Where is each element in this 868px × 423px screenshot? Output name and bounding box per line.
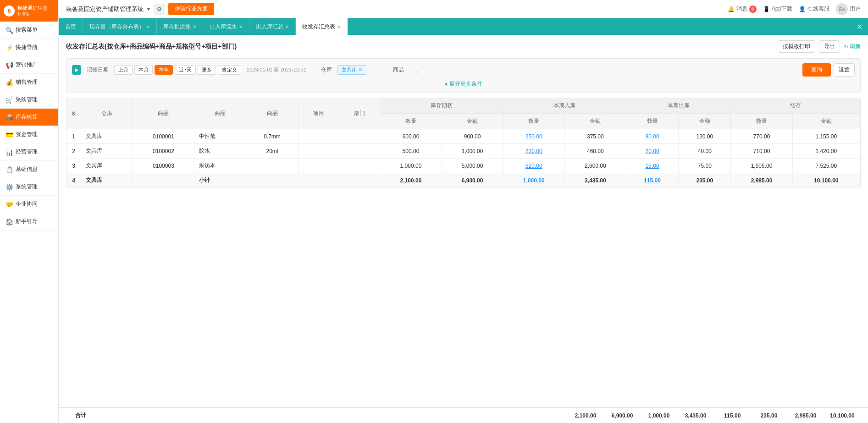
system-name: 装备及固定资产辅助管理系统	[66, 5, 144, 13]
goods-more-dots[interactable]: ...	[413, 66, 420, 74]
tab-close-batch-ledger[interactable]: ✕	[193, 24, 196, 29]
warehouse-label: 仓库	[321, 66, 332, 74]
cell-dept	[339, 159, 380, 173]
trial-button[interactable]: 体验行业方案	[168, 3, 214, 15]
cell-goods-code: 0100002	[133, 144, 194, 159]
total-open-qty: 2,100.00	[567, 412, 604, 419]
main-content: 装备及固定资产辅助管理系统 ▾ ⚙ 体验行业方案 🔔 消息 6 📱 App下载 …	[59, 0, 868, 423]
settings-button[interactable]: 设置	[834, 63, 855, 77]
sidebar-item-system[interactable]: ⚙️系统管理	[0, 178, 58, 196]
cell-project	[299, 144, 339, 159]
tab-close-stock-dist[interactable]: ✕	[146, 24, 150, 29]
th-warehouse: 仓库	[81, 98, 133, 129]
cell-goods-spec	[246, 159, 298, 173]
cell-in-qty[interactable]: 250.00	[503, 129, 564, 144]
sidebar-item-purchase[interactable]: 🛒采购管理	[0, 91, 58, 109]
tab-in-out-summary[interactable]: 出入库汇总✕	[249, 18, 296, 35]
collab-icon: 🤝	[6, 201, 13, 208]
subtotal-in-qty[interactable]: 1,000.00	[503, 173, 564, 188]
filter-warehouse: 文具库 ✕	[337, 65, 366, 75]
sidebar-item-collab[interactable]: 🤝企业协同	[0, 196, 58, 213]
tabs-close-all[interactable]: ✕	[851, 22, 868, 31]
tab-stock-summary[interactable]: 收发存汇总表✕	[296, 18, 348, 35]
tab-batch-ledger[interactable]: 库存批次账✕	[157, 18, 203, 35]
sidebar-item-newbie[interactable]: 🏠新手引导	[0, 213, 58, 231]
refresh-button[interactable]: ↻ 刷新	[844, 43, 861, 50]
refresh-label: 刷新	[850, 43, 861, 50]
system-dropdown[interactable]: ▾	[147, 6, 150, 12]
sidebar-item-search[interactable]: 🔍搜索菜单	[0, 22, 58, 39]
sidebar-item-inventory[interactable]: 📦库存核算	[0, 109, 58, 126]
cell-out-amt: 40.00	[679, 144, 731, 159]
user-item[interactable]: Ea 用户	[836, 3, 861, 15]
user-avatar: Ea	[836, 3, 848, 15]
th-project: 项目	[299, 98, 339, 129]
notification-item[interactable]: 🔔 消息 6	[728, 5, 757, 13]
export-button[interactable]: 导出	[819, 40, 840, 53]
tab-close-stock-summary[interactable]: ✕	[337, 24, 341, 29]
filter-row-expand: ▾ 展开更多条件	[72, 80, 855, 88]
subtotal-in-amt: 3,435.00	[564, 173, 626, 188]
tab-home[interactable]: 首页	[59, 18, 83, 35]
tab-in-out-flow[interactable]: 出入库流水✕	[203, 18, 249, 35]
cell-out-qty[interactable]: 20.00	[626, 144, 678, 159]
cell-goods-code: 0100001	[133, 129, 194, 144]
sidebar-item-operations[interactable]: 📊经营管理	[0, 143, 58, 161]
th-open-amt: 金额	[442, 114, 503, 129]
subtotal-out-qty[interactable]: 115.00	[626, 173, 678, 188]
refresh-icon: ↻	[844, 44, 848, 50]
cell-open-qty: 1,000.00	[380, 159, 442, 173]
cell-out-qty[interactable]: 80.00	[626, 129, 678, 144]
cell-in-qty[interactable]: 520.00	[503, 159, 564, 173]
th-group-balance: 结存	[731, 98, 860, 114]
tab-close-in-out-flow[interactable]: ✕	[239, 24, 243, 29]
sidebar-item-label: 销售管理	[16, 78, 38, 86]
date-btn-自定义[interactable]: 自定义	[218, 65, 241, 75]
sidebar-item-basic-info[interactable]: 📋基础信息	[0, 161, 58, 178]
sidebar-item-label: 营销推广	[16, 61, 38, 69]
th-in-amt: 金额	[564, 114, 626, 129]
date-btn-本年[interactable]: 本年	[155, 65, 173, 75]
logo-icon: 6	[4, 5, 15, 16]
date-btn-近7天[interactable]: 近7天	[175, 65, 196, 75]
warehouse-more-dots[interactable]: ...	[372, 66, 379, 74]
tab-stock-dist[interactable]: 现存量（库存分布表）✕	[83, 18, 157, 35]
online-service-item[interactable]: 👤 在线客服	[799, 5, 829, 13]
date-btn-本月[interactable]: 本月	[134, 65, 153, 75]
cell-out-qty[interactable]: 15.00	[626, 159, 678, 173]
basic-info-icon: 📋	[6, 166, 13, 173]
date-btn-上月[interactable]: 上月	[114, 65, 133, 75]
cell-bal-qty: 1,505.00	[731, 159, 792, 173]
search-icon: 🔍	[6, 27, 13, 34]
th-goods-code: 商品	[133, 98, 194, 129]
app-download-item[interactable]: 📱 App下载	[763, 5, 792, 13]
settings-icon[interactable]: ⚙	[154, 4, 165, 15]
print-button[interactable]: 按模板打印	[778, 40, 815, 53]
expand-label: 展开更多条件	[449, 80, 482, 88]
filter-expand-button[interactable]: ▶	[72, 65, 81, 75]
tab-label-in-out-summary: 出入库汇总	[256, 23, 283, 31]
filter-date-label: 记账日期	[87, 66, 109, 74]
sidebar-item-label: 库存核算	[16, 113, 38, 121]
expand-icon: ▾	[445, 81, 448, 88]
query-button[interactable]: 查询	[802, 63, 831, 77]
sidebar-item-label: 新手引导	[16, 218, 38, 225]
expand-conditions-btn[interactable]: ▾ 展开更多条件	[445, 80, 482, 88]
table-row: 1 文具库 0100001 中性笔 0.7mm 600.00 900.00 25…	[66, 129, 860, 144]
total-open-amt: 6,900.00	[604, 412, 641, 419]
warehouse-tag-close[interactable]: ✕	[358, 67, 362, 73]
tab-close-in-out-summary[interactable]: ✕	[285, 24, 289, 29]
cell-in-amt: 375.00	[564, 129, 626, 144]
sidebar-item-marketing[interactable]: 📢营销推广	[0, 56, 58, 74]
sidebar-item-finance[interactable]: 💳资金管理	[0, 126, 58, 143]
cell-in-qty[interactable]: 230.00	[503, 144, 564, 159]
th-out-qty: 数量	[626, 114, 678, 129]
date-btn-更多[interactable]: 更多	[198, 65, 216, 75]
total-in-amt: 3,435.00	[677, 412, 714, 419]
sidebar-item-quick-nav[interactable]: ⚡快捷导航	[0, 39, 58, 56]
tab-label-home: 首页	[65, 23, 76, 31]
sidebar-item-label: 快捷导航	[16, 44, 38, 51]
sidebar-item-sales[interactable]: 💰销售管理	[0, 74, 58, 91]
cell-warehouse: 文具库	[81, 144, 133, 159]
cell-open-amt: 900.00	[442, 129, 503, 144]
